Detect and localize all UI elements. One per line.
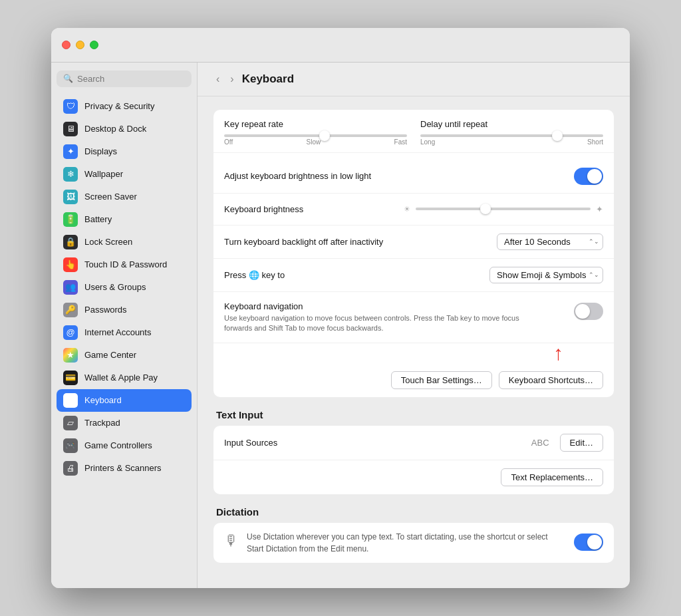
brightness-low-icon: ☀	[404, 205, 410, 214]
battery-label: Battery	[84, 214, 112, 224]
touch-id-icon: 👆	[63, 257, 78, 272]
adjust-brightness-row: Adjust keyboard brightness in low light	[213, 160, 614, 194]
input-sources-label: Input Sources	[224, 438, 277, 448]
sidebar-item-touch-id[interactable]: 👆Touch ID & Password	[57, 253, 192, 276]
backlight-select-wrapper[interactable]: After 10 Seconds After 30 Seconds After …	[497, 233, 603, 250]
keyboard-brightness-row: Keyboard brightness ☀ ✦	[213, 194, 614, 226]
sidebar-item-printers-scanners[interactable]: 🖨Printers & Scanners	[57, 457, 192, 480]
main-header: ‹ › Keyboard	[198, 63, 630, 96]
text-input-settings: Input Sources ABC Edit… Text Replacement…	[213, 426, 614, 494]
sidebar-item-passwords[interactable]: 🔑Passwords	[57, 299, 192, 321]
slider-label-off: Off	[224, 138, 233, 146]
sidebar-item-wallpaper[interactable]: ❄Wallpaper	[57, 163, 192, 186]
adjust-brightness-label: Adjust keyboard brightness in low light	[224, 171, 371, 181]
wallpaper-label: Wallpaper	[84, 169, 123, 179]
delay-repeat-slider[interactable]	[420, 134, 603, 137]
touch-bar-settings-button[interactable]: Touch Bar Settings…	[391, 371, 492, 389]
sidebar-item-game-center[interactable]: ★Game Center	[57, 344, 192, 367]
internet-accounts-icon: @	[63, 325, 78, 340]
brightness-high-icon: ✦	[596, 204, 603, 214]
desktop-dock-label: Desktop & Dock	[84, 124, 146, 134]
sidebar-item-internet-accounts[interactable]: @Internet Accounts	[57, 321, 192, 344]
press-globe-row: Press 🌐 key to Show Emoji & Symbols Swit…	[213, 259, 614, 292]
page-title: Keyboard	[242, 73, 294, 86]
privacy-security-label: Privacy & Security	[84, 101, 154, 111]
globe-key-select-wrapper[interactable]: Show Emoji & Symbols Switch Input Source…	[489, 267, 603, 283]
edit-button[interactable]: Edit…	[560, 434, 603, 452]
forward-button[interactable]: ›	[227, 72, 236, 86]
keyboard-navigation-label: Keyboard navigation	[224, 301, 543, 311]
displays-icon: ✦	[63, 144, 78, 159]
minimize-button[interactable]	[76, 41, 84, 49]
search-input[interactable]	[77, 74, 185, 84]
microphone-icon: 🎙	[224, 532, 239, 549]
passwords-label: Passwords	[84, 305, 127, 315]
input-sources-row: Input Sources ABC Edit…	[213, 426, 614, 460]
fullscreen-button[interactable]	[90, 41, 98, 49]
adjust-brightness-toggle[interactable]	[574, 168, 603, 185]
sidebar-item-users-groups[interactable]: 👥Users & Groups	[57, 276, 192, 299]
touch-id-label: Touch ID & Password	[84, 259, 167, 269]
keyboard-navigation-desc: Use keyboard navigation to move focus be…	[224, 313, 543, 334]
settings-window: 🔍 🛡Privacy & Security🖥Desktop & Dock✦Dis…	[51, 28, 630, 589]
users-groups-label: Users & Groups	[84, 282, 146, 292]
sidebar-item-game-controllers[interactable]: 🎮Game Controllers	[57, 434, 192, 457]
sidebar-item-lock-screen[interactable]: 🔒Lock Screen	[57, 231, 192, 253]
backlight-off-row: Turn keyboard backlight off after inacti…	[213, 226, 614, 259]
keyboard-navigation-toggle[interactable]	[574, 303, 603, 320]
dictation-row: 🎙 Use Dictation wherever you can type te…	[213, 523, 614, 563]
title-bar	[51, 28, 630, 63]
sidebar-item-battery[interactable]: 🔋Battery	[57, 208, 192, 231]
users-groups-icon: 👥	[63, 280, 78, 295]
dictation-settings: 🎙 Use Dictation wherever you can type te…	[213, 523, 614, 563]
key-repeat-slider[interactable]	[224, 134, 407, 137]
traffic-lights	[62, 41, 98, 49]
game-controllers-label: Game Controllers	[84, 440, 152, 450]
text-replacements-button[interactable]: Text Replacements…	[501, 468, 603, 486]
trackpad-label: Trackpad	[84, 418, 120, 428]
sidebar-item-desktop-dock[interactable]: 🖥Desktop & Dock	[57, 118, 192, 140]
search-box[interactable]: 🔍	[57, 71, 192, 87]
keyboard-icon: ⌨	[63, 393, 78, 408]
key-repeat-section: Key repeat rate Off Slow Fast	[213, 110, 614, 398]
input-sources-controls: ABC Edit…	[531, 434, 603, 452]
press-globe-label: Press 🌐 key to	[224, 270, 285, 280]
delay-repeat-label: Delay until repeat	[420, 119, 603, 129]
text-replacements-row: Text Replacements…	[213, 460, 614, 494]
keyboard-label: Keyboard	[84, 395, 122, 405]
screen-saver-label: Screen Saver	[84, 192, 137, 202]
printers-scanners-icon: 🖨	[63, 461, 78, 476]
dictation-toggle[interactable]	[574, 534, 603, 551]
sidebar-item-displays[interactable]: ✦Displays	[57, 140, 192, 163]
slider-label-long: Long	[420, 138, 435, 146]
keyboard-brightness-label: Keyboard brightness	[224, 204, 303, 214]
globe-key-select[interactable]: Show Emoji & Symbols Switch Input Source…	[489, 267, 603, 283]
printers-scanners-label: Printers & Scanners	[84, 463, 162, 473]
arrow-annotation: ↑	[213, 343, 614, 363]
sidebar-item-wallet[interactable]: 💳Wallet & Apple Pay	[57, 367, 192, 389]
sidebar-item-screen-saver[interactable]: 🖼Screen Saver	[57, 186, 192, 208]
text-input-section: Text Input Input Sources ABC Edit… Text …	[213, 409, 614, 494]
game-controllers-icon: 🎮	[63, 438, 78, 453]
main-body: Key repeat rate Off Slow Fast	[198, 96, 630, 589]
displays-label: Displays	[84, 146, 117, 156]
internet-accounts-label: Internet Accounts	[84, 327, 151, 337]
wallpaper-icon: ❄	[63, 167, 78, 182]
game-center-label: Game Center	[84, 350, 136, 360]
back-button[interactable]: ‹	[213, 72, 222, 86]
wallet-label: Wallet & Apple Pay	[84, 373, 158, 383]
main-content: ‹ › Keyboard Key repeat rate	[198, 63, 630, 589]
abc-label: ABC	[531, 438, 549, 448]
sidebar-item-keyboard[interactable]: ⌨Keyboard	[57, 389, 192, 412]
backlight-select[interactable]: After 10 Seconds After 30 Seconds After …	[497, 233, 603, 250]
close-button[interactable]	[62, 41, 70, 49]
wallet-icon: 💳	[63, 371, 78, 385]
keyboard-shortcuts-button[interactable]: Keyboard Shortcuts…	[499, 371, 603, 389]
game-center-icon: ★	[63, 348, 78, 363]
sidebar-item-privacy-security[interactable]: 🛡Privacy & Security	[57, 95, 192, 118]
dictation-section: Dictation 🎙 Use Dictation wherever you c…	[213, 506, 614, 563]
backlight-off-label: Turn keyboard backlight off after inacti…	[224, 237, 383, 247]
brightness-slider[interactable]	[416, 208, 591, 210]
desktop-dock-icon: 🖥	[63, 122, 78, 136]
sidebar-item-trackpad[interactable]: ▱Trackpad	[57, 412, 192, 434]
